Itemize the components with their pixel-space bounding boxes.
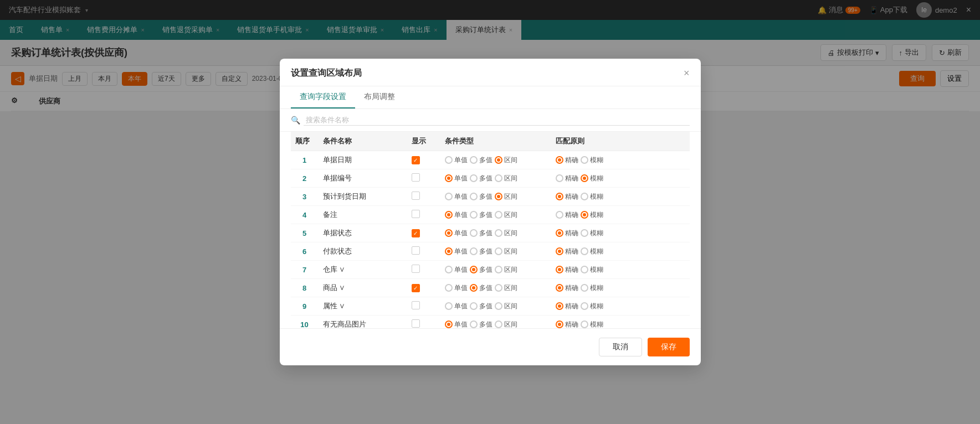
row4-display-checkbox[interactable] [412,210,420,218]
row3-range-radio[interactable] [495,193,502,200]
row6-single-radio[interactable] [445,247,453,255]
row3-display[interactable] [407,192,440,201]
row1-range-radio[interactable] [495,156,502,164]
row2-multi-radio[interactable] [470,174,478,182]
row10-fuzzy[interactable]: 模糊 [581,320,603,329]
row8-range-radio[interactable] [495,284,502,292]
row4-display[interactable] [407,210,440,220]
row7-fuzzy-radio[interactable] [581,266,588,273]
row2-single[interactable]: 单值 [445,174,468,183]
row10-multi[interactable]: 多值 [470,320,492,329]
row5-range-radio[interactable] [495,229,502,237]
row1-fuzzy[interactable]: 模糊 [581,156,603,165]
row9-multi-radio[interactable] [470,302,478,310]
row6-single[interactable]: 单值 [445,247,468,256]
row5-range[interactable]: 区间 [495,229,517,238]
row7-exact-radio[interactable] [556,266,563,273]
row2-fuzzy-radio[interactable] [581,174,588,182]
row9-fuzzy-radio[interactable] [581,302,588,310]
row1-single[interactable]: 单值 [445,156,468,165]
row1-exact-radio[interactable] [556,156,563,164]
row8-fuzzy[interactable]: 模糊 [581,283,603,293]
row3-display-checkbox[interactable] [412,192,420,200]
row5-exact-radio[interactable] [556,229,563,237]
row1-multi[interactable]: 多值 [470,156,492,165]
row2-range[interactable]: 区间 [495,174,517,183]
row9-display[interactable] [407,301,440,311]
row6-range[interactable]: 区间 [495,247,517,256]
row2-exact-radio[interactable] [556,174,563,182]
row9-fuzzy[interactable]: 模糊 [581,302,603,311]
row8-exact-radio[interactable] [556,284,563,292]
row2-exact[interactable]: 精确 [556,174,578,183]
row5-display[interactable]: ✓ [407,229,440,237]
row7-exact[interactable]: 精确 [556,265,578,275]
row4-multi-radio[interactable] [470,211,478,219]
row5-fuzzy[interactable]: 模糊 [581,229,603,238]
row10-range[interactable]: 区间 [495,320,517,329]
row1-exact[interactable]: 精确 [556,156,578,165]
row2-single-radio[interactable] [445,174,453,182]
row6-exact-radio[interactable] [556,247,563,255]
row9-single-radio[interactable] [445,302,453,310]
row7-multi[interactable]: 多值 [470,265,492,275]
row4-fuzzy-radio[interactable] [581,211,588,219]
row10-display[interactable] [407,319,440,328]
row1-range[interactable]: 区间 [495,156,517,165]
row4-exact[interactable]: 精确 [556,210,578,220]
row5-single[interactable]: 单值 [445,229,468,238]
row9-display-checkbox[interactable] [412,301,420,309]
row8-display-checkbox[interactable]: ✓ [412,284,420,292]
row7-display-checkbox[interactable] [412,265,420,273]
row8-exact[interactable]: 精确 [556,283,578,293]
row9-multi[interactable]: 多值 [470,302,492,311]
tab-query-fields[interactable]: 查询字段设置 [291,86,355,108]
row2-multi[interactable]: 多值 [470,174,492,183]
row2-fuzzy[interactable]: 模糊 [581,174,603,183]
row2-display[interactable] [407,173,440,183]
row1-display-checkbox[interactable]: ✓ [412,156,420,164]
row3-multi[interactable]: 多值 [470,192,492,201]
row2-range-radio[interactable] [495,174,502,182]
row8-single[interactable]: 单值 [445,283,468,293]
row10-multi-radio[interactable] [470,320,478,328]
row8-display[interactable]: ✓ [407,283,440,292]
row8-multi-radio[interactable] [470,284,478,292]
row3-exact-radio[interactable] [556,193,563,200]
row1-single-radio[interactable] [445,156,453,164]
row4-exact-radio[interactable] [556,211,563,219]
row4-multi[interactable]: 多值 [470,210,492,220]
row1-multi-radio[interactable] [470,156,478,164]
row5-multi[interactable]: 多值 [470,229,492,238]
row3-single-radio[interactable] [445,193,453,200]
row4-single-radio[interactable] [445,211,453,219]
row1-fuzzy-radio[interactable] [581,156,588,164]
dialog-close-button[interactable]: × [684,68,690,79]
row7-single[interactable]: 单值 [445,265,468,275]
row9-exact-radio[interactable] [556,302,563,310]
row8-multi[interactable]: 多值 [470,283,492,293]
row6-display-checkbox[interactable] [412,246,420,255]
row10-exact-radio[interactable] [556,320,563,328]
row5-display-checkbox[interactable]: ✓ [412,229,420,237]
row7-display[interactable] [407,265,440,275]
row10-fuzzy-radio[interactable] [581,320,588,328]
row5-fuzzy-radio[interactable] [581,229,588,237]
row10-single[interactable]: 单值 [445,320,468,329]
row6-range-radio[interactable] [495,247,502,255]
row5-multi-radio[interactable] [470,229,478,237]
row6-fuzzy-radio[interactable] [581,247,588,255]
row3-single[interactable]: 单值 [445,192,468,201]
row6-multi-radio[interactable] [470,247,478,255]
row7-multi-radio[interactable] [470,266,478,273]
row7-range-radio[interactable] [495,266,502,273]
row3-multi-radio[interactable] [470,193,478,200]
row6-fuzzy[interactable]: 模糊 [581,247,603,256]
row5-single-radio[interactable] [445,229,453,237]
row10-range-radio[interactable] [495,320,502,328]
row6-exact[interactable]: 精确 [556,247,578,256]
row2-display-checkbox[interactable] [412,173,420,182]
row4-range[interactable]: 区间 [495,210,517,220]
row9-range-radio[interactable] [495,302,502,310]
row9-single[interactable]: 单值 [445,302,468,311]
